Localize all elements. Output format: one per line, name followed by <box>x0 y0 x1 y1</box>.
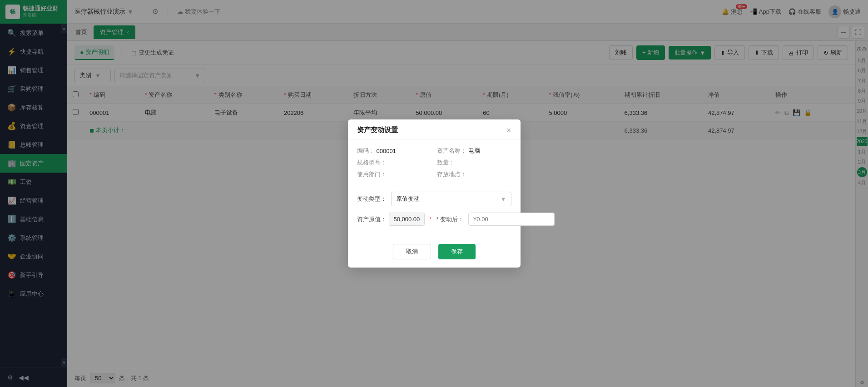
after-label: * 变动后： <box>436 215 464 223</box>
change-type-row: 变动类型： 原值变动 ▼ <box>357 192 511 206</box>
cancel-button[interactable]: 取消 <box>393 244 431 259</box>
save-button[interactable]: 保存 <box>438 244 476 259</box>
asset-change-modal: 资产变动设置 × 编码： 000001 资产名称： 电脑 规格型号： 数量： <box>348 119 521 268</box>
original-value-label: 资产原值： <box>357 215 384 223</box>
modal-title: 资产变动设置 <box>357 126 398 134</box>
change-type-label: 变动类型： <box>357 195 387 203</box>
original-value-input: 50,000.00 <box>389 213 425 226</box>
modal-spec: 规格型号： <box>357 159 432 167</box>
modal-overlay[interactable]: 资产变动设置 × 编码： 000001 资产名称： 电脑 规格型号： 数量： <box>0 0 868 387</box>
modal-location: 存放地点： <box>437 170 511 179</box>
modal-info-grid: 编码： 000001 资产名称： 电脑 规格型号： 数量： 使用部门： <box>357 147 511 185</box>
modal-header: 资产变动设置 × <box>348 119 521 139</box>
change-type-select[interactable]: 原值变动 ▼ <box>391 192 511 206</box>
chevron-down-icon: ▼ <box>501 196 506 203</box>
modal-body: 编码： 000001 资产名称： 电脑 规格型号： 数量： 使用部门： <box>348 139 521 239</box>
modal-close-btn[interactable]: × <box>506 126 511 134</box>
required-star: * <box>429 216 432 223</box>
modal-code: 编码： 000001 <box>357 147 432 155</box>
change-type-value: 原值变动 <box>396 195 420 203</box>
after-input[interactable] <box>468 213 555 226</box>
value-row: 资产原值： 50,000.00 * * 变动后： <box>357 213 511 226</box>
modal-footer: 取消 保存 <box>348 239 521 268</box>
modal-quantity: 数量： <box>437 159 511 167</box>
modal-name: 资产名称： 电脑 <box>437 147 511 155</box>
modal-dept: 使用部门： <box>357 170 432 179</box>
